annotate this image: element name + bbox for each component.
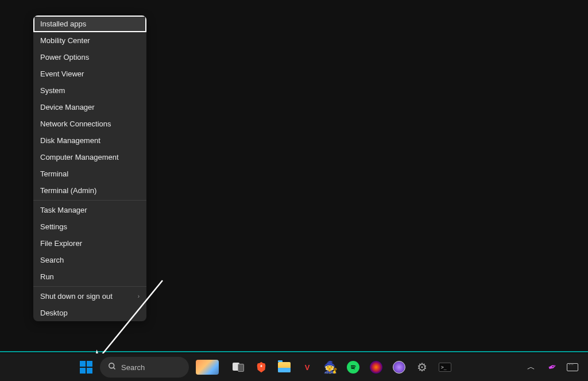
tray-overflow-button[interactable]: ︿ <box>525 361 537 374</box>
brave-icon <box>255 361 268 374</box>
menu-item-label: Shut down or sign out <box>40 292 113 301</box>
menu-item-label: System <box>40 86 65 95</box>
search-placeholder: Search <box>121 363 145 372</box>
gear-icon: ⚙ <box>417 360 427 374</box>
menu-item-run[interactable]: Run <box>33 268 146 285</box>
taskbar: Search V 🧙 <box>0 353 588 381</box>
taskbar-app-settings[interactable]: ⚙ <box>412 357 432 378</box>
weather-icon <box>196 360 219 375</box>
windows-logo-icon <box>80 361 92 374</box>
menu-item-mobility-center[interactable]: Mobility Center <box>33 32 146 49</box>
tray-feather-app[interactable]: ✒ <box>546 361 558 374</box>
chevron-right-icon: › <box>138 293 140 299</box>
spotify-icon <box>347 361 359 374</box>
menu-item-desktop[interactable]: Desktop <box>33 305 146 321</box>
menu-item-computer-management[interactable]: Computer Management <box>33 149 146 166</box>
start-button[interactable] <box>76 357 96 378</box>
tray-touch-keyboard[interactable] <box>566 361 579 374</box>
menu-item-terminal[interactable]: Terminal <box>33 166 146 182</box>
taskbar-app-file-explorer[interactable] <box>274 357 295 378</box>
menu-item-settings[interactable]: Settings <box>33 218 146 235</box>
menu-item-label: Terminal <box>40 170 68 178</box>
menu-item-label: File Explorer <box>40 239 82 248</box>
menu-item-label: Settings <box>40 222 67 231</box>
task-view-icon <box>233 363 244 372</box>
menu-item-terminal-admin[interactable]: Terminal (Admin) <box>33 182 146 199</box>
davinci-resolve-icon <box>370 361 382 374</box>
menu-item-search[interactable]: Search <box>33 252 146 268</box>
menu-item-label: Power Options <box>40 53 89 61</box>
menu-item-label: Installed apps <box>40 20 86 28</box>
taskbar-app-task-view[interactable] <box>228 357 249 378</box>
search-icon <box>108 362 117 372</box>
menu-item-shutdown[interactable]: Shut down or sign out › <box>33 288 146 305</box>
camera-icon <box>393 361 405 374</box>
svg-point-2 <box>109 363 114 368</box>
menu-item-label: Desktop <box>40 309 68 317</box>
winx-context-menu: Installed apps Mobility Center Power Opt… <box>33 16 146 321</box>
menu-item-label: Mobility Center <box>40 36 90 45</box>
character-icon: 🧙 <box>323 360 338 374</box>
menu-item-installed-apps[interactable]: Installed apps <box>33 16 146 32</box>
menu-item-disk-management[interactable]: Disk Management <box>33 132 146 149</box>
taskbar-app-camera[interactable] <box>389 357 409 378</box>
feather-icon: ✒ <box>546 360 558 375</box>
menu-item-power-options[interactable]: Power Options <box>33 49 146 66</box>
taskbar-app-brave[interactable] <box>251 357 272 378</box>
menu-item-label: Search <box>40 256 64 264</box>
weather-widget[interactable] <box>194 357 221 378</box>
taskbar-search[interactable]: Search <box>100 357 189 378</box>
keyboard-icon <box>567 363 578 371</box>
svg-line-3 <box>113 367 115 369</box>
menu-item-file-explorer[interactable]: File Explorer <box>33 235 146 252</box>
menu-item-label: Network Connections <box>40 120 111 128</box>
menu-item-device-manager[interactable]: Device Manager <box>33 99 146 116</box>
taskbar-app-terminal[interactable]: >_ <box>435 357 455 378</box>
menu-item-label: Task Manager <box>40 206 87 214</box>
terminal-icon: >_ <box>439 363 451 372</box>
menu-item-system[interactable]: System <box>33 82 146 99</box>
taskbar-app-character[interactable]: 🧙 <box>320 357 341 378</box>
taskbar-app-davinci-resolve[interactable] <box>366 357 386 378</box>
menu-item-label: Run <box>40 272 54 281</box>
chevron-up-icon: ︿ <box>527 362 535 372</box>
taskbar-app-spotify[interactable] <box>343 357 363 378</box>
menu-item-label: Computer Management <box>40 153 119 161</box>
menu-separator <box>33 286 146 287</box>
menu-item-task-manager[interactable]: Task Manager <box>33 202 146 218</box>
menu-item-label: Terminal (Admin) <box>40 186 96 195</box>
system-tray: ︿ ✒ <box>525 361 579 374</box>
vivaldi-icon: V <box>301 361 314 374</box>
menu-item-event-viewer[interactable]: Event Viewer <box>33 66 146 82</box>
menu-item-network-connections[interactable]: Network Connections <box>33 116 146 132</box>
menu-item-label: Event Viewer <box>40 70 84 78</box>
menu-item-label: Device Manager <box>40 103 95 111</box>
desktop-area[interactable]: Installed apps Mobility Center Power Opt… <box>0 0 588 352</box>
menu-item-label: Disk Management <box>40 136 100 145</box>
taskbar-app-vivaldi[interactable]: V <box>297 357 318 378</box>
menu-separator <box>33 200 146 201</box>
folder-icon <box>278 362 291 372</box>
